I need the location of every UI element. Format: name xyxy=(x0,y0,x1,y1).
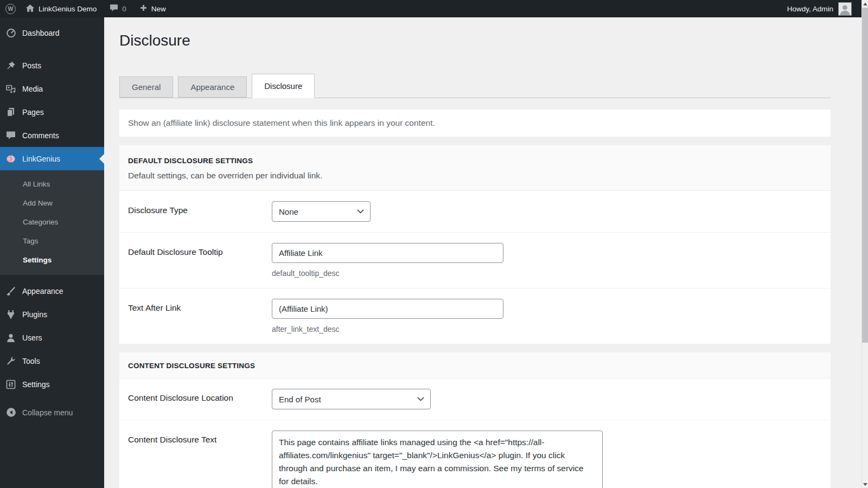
section-header: DEFAULT DISCLOSURE SETTINGS Default sett… xyxy=(119,145,831,191)
submenu-item-tags[interactable]: Tags xyxy=(0,232,104,251)
field-row-default-tooltip: Default Disclosure Tooltip default_toolt… xyxy=(119,232,831,288)
sidebar-item-label: Dashboard xyxy=(22,29,60,37)
new-plus-icon xyxy=(139,4,148,14)
sidebar-item-label: Collapse menu xyxy=(22,408,73,417)
sidebar-item-label: Tools xyxy=(22,357,40,365)
submenu-item-categories[interactable]: Categories xyxy=(0,213,104,232)
tab-description-card: Show an (affiliate link) disclosure stat… xyxy=(119,110,831,137)
howdy-text: Howdy, Admin xyxy=(787,5,833,13)
field-help-text: default_tooltip_desc xyxy=(272,269,822,278)
sidebar-item-pages[interactable]: Pages xyxy=(0,100,104,124)
wordpress-menu-button[interactable]: W xyxy=(5,4,16,14)
menu-separator xyxy=(0,44,104,54)
new-content-button[interactable]: New xyxy=(139,4,166,14)
sidebar-item-label: LinkGenius xyxy=(22,155,60,163)
new-label: New xyxy=(151,5,166,13)
linkgenius-icon xyxy=(5,155,16,163)
sidebar-item-label: Posts xyxy=(22,61,41,70)
page-title: Disclosure xyxy=(119,17,831,49)
scroll-down-icon xyxy=(863,483,867,486)
scrollbar-thumb[interactable] xyxy=(862,8,868,343)
dashboard-icon xyxy=(5,28,16,38)
sidebar-item-appearance[interactable]: Appearance xyxy=(0,279,104,303)
comments-shortcut[interactable]: 0 xyxy=(110,4,126,14)
linkgenius-submenu: All Links Add New Categories Tags Settin… xyxy=(0,170,104,275)
disclosure-type-select[interactable]: None xyxy=(272,201,371,222)
settings-tabs: General Appearance Disclosure xyxy=(119,74,831,98)
tools-icon xyxy=(5,356,16,366)
sidebar-item-plugins[interactable]: Plugins xyxy=(0,303,104,326)
sidebar-item-linkgenius[interactable]: LinkGenius xyxy=(0,147,104,170)
admin-bar: W LinkGenius Demo 0 New Howdy, Admin xyxy=(0,0,868,17)
tab-appearance[interactable]: Appearance xyxy=(178,76,247,98)
sidebar-item-label: Pages xyxy=(22,108,44,117)
field-label: Content Disclosure Location xyxy=(128,389,272,409)
field-label: Disclosure Type xyxy=(128,201,272,222)
submenu-item-add-new[interactable]: Add New xyxy=(0,194,104,213)
plugins-icon xyxy=(5,310,16,319)
content-disclosure-text-textarea[interactable] xyxy=(272,431,603,488)
sidebar-item-label: Appearance xyxy=(22,287,63,296)
sidebar-item-label: Comments xyxy=(22,131,59,140)
field-help-text: after_link_text_desc xyxy=(272,325,822,333)
text-after-link-input[interactable] xyxy=(272,299,503,319)
field-label: Text After Link xyxy=(128,299,272,333)
section-title: DEFAULT DISCLOSURE SETTINGS xyxy=(128,157,822,165)
submenu-item-all-links[interactable]: All Links xyxy=(0,175,104,194)
users-icon xyxy=(5,333,16,343)
section-subtitle: Default settings, can be overriden per i… xyxy=(128,171,822,181)
content-disclosure-location-select[interactable]: End of Post xyxy=(272,389,431,409)
sidebar-item-label: Settings xyxy=(22,380,50,389)
main-content: Disclosure General Appearance Disclosure… xyxy=(104,17,861,488)
collapse-menu-button[interactable]: Collapse menu xyxy=(0,401,104,424)
default-disclosure-tooltip-input[interactable] xyxy=(272,243,503,263)
sidebar-item-settings[interactable]: Settings xyxy=(0,373,104,396)
tab-general[interactable]: General xyxy=(119,76,173,98)
pages-icon xyxy=(5,107,16,117)
scroll-up-button[interactable] xyxy=(862,0,868,8)
avatar xyxy=(838,2,852,16)
scroll-down-button[interactable] xyxy=(862,480,868,488)
home-icon xyxy=(25,4,35,14)
section-title: CONTENT DISCLOSURE SETTINGS xyxy=(128,362,822,370)
field-row-content-disclosure-text: Content Disclosure Text xyxy=(119,420,831,488)
collapse-icon xyxy=(5,407,16,418)
default-disclosure-settings-card: DEFAULT DISCLOSURE SETTINGS Default sett… xyxy=(119,145,831,344)
sidebar-item-label: Users xyxy=(22,333,42,342)
settings-icon xyxy=(5,380,16,389)
site-name: LinkGenius Demo xyxy=(39,5,97,13)
comments-bubble-icon xyxy=(110,4,118,14)
sidebar-item-media[interactable]: Media xyxy=(0,77,104,100)
sidebar-item-dashboard[interactable]: Dashboard xyxy=(0,21,104,44)
wordpress-logo: W xyxy=(5,4,16,14)
appearance-icon xyxy=(5,286,16,296)
scroll-up-icon xyxy=(863,3,867,5)
content-disclosure-settings-card: CONTENT DISCLOSURE SETTINGS Content Disc… xyxy=(119,352,831,488)
my-account[interactable]: Howdy, Admin xyxy=(787,2,852,16)
sidebar-item-label: Media xyxy=(22,85,43,93)
field-row-content-disclosure-location: Content Disclosure Location End of Post xyxy=(119,378,831,420)
field-label: Default Disclosure Tooltip xyxy=(128,243,272,278)
submenu-item-settings[interactable]: Settings xyxy=(0,251,104,269)
comment-count: 0 xyxy=(122,5,126,13)
field-label: Content Disclosure Text xyxy=(128,431,272,488)
sidebar-item-label: Plugins xyxy=(22,310,47,319)
sidebar-item-users[interactable]: Users xyxy=(0,326,104,349)
tab-disclosure[interactable]: Disclosure xyxy=(252,74,315,98)
admin-sidebar: Dashboard Posts Media Pages Comments Lin… xyxy=(0,17,104,488)
posts-icon xyxy=(5,61,16,70)
site-link[interactable]: LinkGenius Demo xyxy=(25,4,97,14)
field-row-text-after-link: Text After Link after_link_text_desc xyxy=(119,288,831,344)
sidebar-item-comments[interactable]: Comments xyxy=(0,124,104,147)
sidebar-item-posts[interactable]: Posts xyxy=(0,54,104,77)
sidebar-item-tools[interactable]: Tools xyxy=(0,349,104,373)
tab-description: Show an (affiliate link) disclosure stat… xyxy=(128,118,822,128)
page-scrollbar[interactable] xyxy=(861,0,868,488)
field-row-disclosure-type: Disclosure Type None xyxy=(119,191,831,232)
comments-icon xyxy=(5,131,16,140)
media-icon xyxy=(5,84,16,94)
section-header: CONTENT DISCLOSURE SETTINGS xyxy=(119,352,831,378)
